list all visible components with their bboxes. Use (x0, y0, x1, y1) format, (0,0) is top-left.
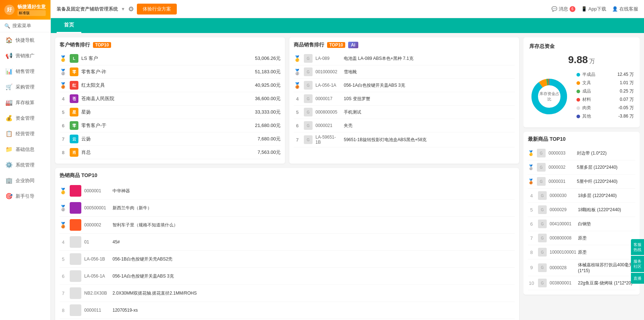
legend-item: 肉类 -0.05 万 (576, 105, 634, 111)
hot-product-row[interactable]: 🥉 0000002 智利车子里（规格不知道填什么） (60, 217, 515, 234)
product-name: 封边带 (1.0*22) (577, 150, 635, 156)
rank-num: 5 (60, 110, 67, 115)
product-code: 10000100001 (550, 250, 575, 255)
latest-product-row[interactable]: 9 G 0000028 体械嘉枝味苏打饮品400毫升 (1*15) (528, 259, 635, 276)
product-thumbnail: G (538, 205, 547, 214)
product-code: 0000021 (315, 123, 341, 128)
sidebar-item-enterprise[interactable]: 🏢 企业协同 (0, 173, 50, 188)
topbar: 装备及固定资产辅助管理系统 ▼ ⚙ 体验行业方案 💬 消息 6 📱 App下载 … (51, 0, 644, 18)
customer-rank-row[interactable]: 🥈 零 零售客户-许 51,183.00元 (60, 65, 281, 79)
customer-amount: 53,006.26元 (255, 55, 281, 62)
sidebar-item-operations[interactable]: 📋 经营管理 (0, 126, 50, 141)
sidebar: 好 畅捷通好生意 标准版 🔍 搜索菜单 🏠 快捷导航 📢 营销推广 📊 销售管理… (0, 0, 51, 320)
product-name: 18多层 (1220*2440) (578, 193, 635, 199)
product-rank-row[interactable]: 🥉 G LA-056-1A 056-1A白色按键开关盖ABS 3克 (294, 79, 515, 92)
customer-rank-row[interactable]: 8 肖 肖总 7,563.00元 (60, 146, 281, 159)
hot-product-row[interactable]: 🥇 0000001 中华神器 (60, 182, 515, 200)
sidebar-item-system[interactable]: ⚙️ 系统管理 (0, 157, 50, 173)
sidebar-item-home[interactable]: 🏠 快捷导航 (0, 32, 50, 48)
main-area: 装备及固定资产辅助管理系统 ▼ ⚙ 体验行业方案 💬 消息 6 📱 App下载 … (51, 0, 644, 320)
hot-products-list: 🥇 0000001 中华神器 🥈 000500001 新西兰牛肉（新牛） 🥉 0… (60, 182, 515, 320)
float-btn-community[interactable]: 服务社区 (631, 256, 644, 272)
dropdown-icon[interactable]: ▼ (121, 7, 125, 12)
latest-product-row[interactable]: 🥇 G 0000033 封边带 (1.0*22) (528, 146, 635, 160)
customer-rank-row[interactable]: 4 苍 苍南县人民医院 36,600.00元 (60, 92, 281, 106)
sidebar-item-sales[interactable]: 📊 销售管理 (0, 63, 50, 79)
product-rank-row[interactable]: 7 G LA-59651-1B 59651-1B旋转投影灯电池盒ABS黑色+58… (294, 132, 515, 147)
product-rank-row[interactable]: 4 G 0000017 10S 变扭罗蟹 (294, 92, 515, 106)
nav-tabs: 首页 (51, 18, 644, 33)
product-name: 原垄 (578, 235, 635, 241)
product-name: 夹壳 (344, 123, 515, 129)
product-rank-row[interactable]: 5 G 000800005 手机测试 (294, 106, 515, 119)
float-btn-live[interactable]: 直播 (631, 273, 644, 284)
legend-item: 材料 0.07 万 (576, 97, 634, 103)
latest-product-row[interactable]: 5 G 0000029 18颗粒板 (1220*2440) (528, 203, 635, 217)
logo-icon: 好 (4, 5, 15, 15)
inventory-total: 9.88 万 (529, 54, 634, 66)
product-thumbnail (70, 219, 81, 231)
customer-avatar: 红 (70, 81, 78, 90)
latest-product-row[interactable]: 4 G 0000030 18多层 (1220*2440) (528, 189, 635, 203)
message-button[interactable]: 💬 消息 6 (551, 6, 575, 12)
rank-num: 6 (60, 274, 67, 279)
product-name: 10S 变扭罗蟹 (344, 96, 515, 102)
trial-button[interactable]: 体验行业方案 (137, 4, 177, 15)
hot-product-row[interactable]: 4 01 45# (60, 234, 515, 251)
product-code: 000500001 (84, 205, 110, 210)
product-code: LA-089 (315, 56, 341, 61)
sidebar-item-inventory[interactable]: 🏭 库存核算 (0, 95, 50, 110)
product-code: LA-59651-1B (315, 135, 341, 145)
hot-product-row[interactable]: 🥈 000500001 新西兰牛肉（新牛） (60, 200, 515, 217)
legend-dot (576, 81, 580, 85)
rank-num: 4 (294, 96, 301, 102)
customer-rank-row[interactable]: 7 云 云扬 7,680.00元 (60, 132, 281, 146)
hot-product-row[interactable]: 6 LA-056-1A 056-1A白色按键开关盖ABS 3克 (60, 268, 515, 285)
latest-product-row[interactable]: 6 G 004100001 白钢垫 (528, 217, 635, 231)
sidebar-item-guide[interactable]: 🎯 新手引导 (0, 188, 50, 204)
customer-amount: 7,680.00元 (257, 136, 281, 142)
mobile-icon: 📱 (581, 6, 587, 12)
product-rank-row[interactable]: 🥈 G 001000002 雪地靴 (294, 65, 515, 79)
hot-product-row[interactable]: 7 NB2.0X30B 2.0X30MM双搓花轴.搓花直径2.1MM/ROHS (60, 285, 515, 302)
customer-rank-row[interactable]: 6 零 零售客户-于 21,680.00元 (60, 119, 281, 132)
tab-home[interactable]: 首页 (57, 18, 81, 33)
sidebar-item-basic-info[interactable]: 📁 基础信息 (0, 141, 50, 157)
latest-product-row[interactable]: 7 G 000800008 原垄 (528, 231, 635, 245)
product-code: 0000011 (84, 308, 110, 313)
product-name: 12070519-xs (113, 308, 515, 313)
product-name: 22g鱼豆腐-烧烤味 (1*12*20) (578, 280, 635, 286)
latest-product-row[interactable]: 🥉 G 0000031 5厘中纤 (1220*2440) (528, 175, 635, 189)
product-thumbnail (70, 236, 81, 248)
legend-value: 0.07 万 (620, 97, 634, 103)
product-thumbnail: G (538, 220, 547, 228)
legend-label: 半成品 (582, 71, 617, 78)
product-name: 新西兰牛肉（新牛） (113, 205, 515, 211)
hot-products-title: 热销商品 TOP10 (60, 172, 515, 179)
sidebar-item-finance[interactable]: 💰 资金管理 (0, 110, 50, 126)
product-thumbnail: G (538, 263, 547, 272)
latest-product-row[interactable]: 10 G 003800001 22g鱼豆腐-烧烤味 (1*12*20) (528, 276, 635, 290)
product-name: 电池盖 LA-089 ABS本色+黑种 7.1克 (344, 56, 515, 62)
online-service-button[interactable]: 👤 在线客服 (612, 6, 638, 12)
product-rank-row[interactable]: 🥇 G LA-089 电池盖 LA-089 ABS本色+黑种 7.1克 (294, 52, 515, 65)
settings-icon[interactable]: ⚙ (128, 5, 134, 13)
content-area: 客户销售排行 TOP10 🥇 L LS 客户 53,006.26元 🥈 零 零售… (51, 33, 644, 320)
sidebar-search[interactable]: 🔍 搜索菜单 (0, 20, 50, 32)
float-btn-service[interactable]: 客服热线 (631, 239, 644, 255)
sidebar-item-marketing[interactable]: 📢 营销推广 (0, 48, 50, 63)
sidebar-item-purchase[interactable]: 🛒 采购管理 (0, 79, 50, 95)
customer-rank-row[interactable]: 5 星 星扬 33,333.00元 (60, 106, 281, 119)
latest-product-row[interactable]: 🥈 G 0000032 5厘多层 (1220*2440) (528, 160, 635, 175)
inventory-card: 库存总资金 9.88 万 (523, 37, 640, 127)
product-rank-row[interactable]: 6 G 0000021 夹壳 (294, 119, 515, 132)
hot-product-row[interactable]: 8 0000011 12070519-xs (60, 302, 515, 319)
latest-product-row[interactable]: 8 G 10000100001 原垄 (528, 245, 635, 259)
customer-rank-row[interactable]: 🥉 红 红太阳文具 40,925.00元 (60, 79, 281, 92)
product-code: 000800005 (315, 110, 341, 115)
system-icon: ⚙️ (5, 161, 13, 168)
app-download-button[interactable]: 📱 App下载 (581, 6, 606, 12)
legend-dot (576, 98, 580, 102)
customer-rank-row[interactable]: 🥇 L LS 客户 53,006.26元 (60, 52, 281, 65)
hot-product-row[interactable]: 5 LA-056-1B 056-1B白色按键开关壳ABS2壳 (60, 251, 515, 268)
